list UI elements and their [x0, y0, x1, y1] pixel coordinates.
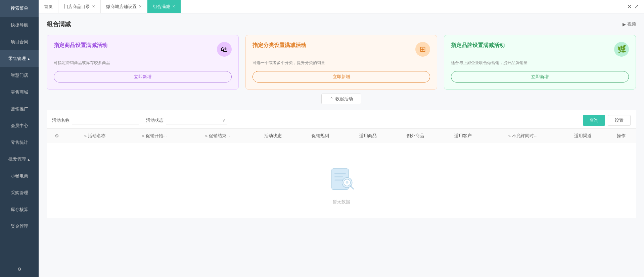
- th-label: 例外商品: [407, 133, 424, 138]
- tab-combo-discount[interactable]: 组合满减 ✕: [147, 0, 181, 13]
- sidebar-item-wholesale-mgmt[interactable]: 批发管理 ▲: [0, 151, 39, 168]
- sidebar-item-purchase-mgmt[interactable]: 采购管理: [0, 184, 39, 201]
- sidebar-item-quick-nav[interactable]: 快捷导航: [0, 17, 39, 34]
- th-operation: 操作: [606, 129, 636, 143]
- activity-status-select[interactable]: [166, 116, 227, 124]
- th-label: 不允许同时...: [512, 133, 538, 138]
- th-label: 活动名称: [88, 133, 105, 138]
- search-bar: 活动名称 活动状态 ∨ 查询 设置: [47, 110, 636, 128]
- add-category-activity-button[interactable]: 立即新增: [252, 71, 430, 82]
- th-label: 适用客户: [454, 133, 472, 138]
- th-label: 促销开始...: [146, 133, 167, 138]
- sidebar-item-label: 批发管理: [8, 156, 26, 162]
- tab-home[interactable]: 首页: [39, 0, 58, 13]
- card-title: 指定分类设置满减活动: [252, 42, 306, 49]
- sidebar-item-label: 零售统计: [11, 140, 28, 146]
- activity-table: ⚙ ⇅ 活动名称 ⇅ 促销开始... ⇅: [47, 129, 636, 143]
- th-label: 适用渠道: [574, 133, 592, 138]
- settings-icon[interactable]: ⚙: [55, 133, 59, 138]
- tab-wechat-store[interactable]: 微商城店铺设置 ✕: [101, 0, 147, 13]
- tab-label: 微商城店铺设置: [106, 4, 137, 10]
- query-button[interactable]: 查询: [583, 115, 605, 126]
- sidebar-item-marketing[interactable]: 营销推广: [0, 101, 39, 117]
- activity-name-label: 活动名称: [52, 117, 70, 123]
- sidebar-item-xiaochang[interactable]: 小畅电商: [0, 168, 39, 184]
- card-brand: 指定品牌设置满减活动 🌿 适合与上游企业联合做营销，提升品牌销量 立即新增: [444, 35, 636, 90]
- main-area: 首页 门店商品目录 ✕ 微商城店铺设置 ✕ 组合满减 ✕ ✕ ⤢ 组合满减 ▶ …: [39, 0, 644, 277]
- close-tab-icon[interactable]: ✕: [139, 4, 142, 9]
- video-link[interactable]: ▶ 视频: [623, 21, 636, 27]
- th-exception-goods: 例外商品: [392, 129, 439, 143]
- collapse-label: 收起活动: [335, 96, 353, 102]
- th-no-concurrent: ⇅ 不允许同时...: [487, 129, 559, 143]
- sidebar-item-finance-mgmt[interactable]: 资金管理: [0, 218, 39, 235]
- collapse-row: ⌃ 收起活动: [47, 94, 636, 104]
- table-header-row: ⚙ ⇅ 活动名称 ⇅ 促销开始... ⇅: [47, 129, 636, 143]
- th-label: 活动状态: [264, 133, 282, 138]
- sort-icon[interactable]: ⇅: [205, 134, 208, 138]
- th-settings: ⚙: [47, 129, 67, 143]
- close-tab-icon[interactable]: ✕: [172, 4, 175, 9]
- topbar: 首页 门店商品目录 ✕ 微商城店铺设置 ✕ 组合满减 ✕ ✕ ⤢: [39, 0, 644, 13]
- svg-point-7: [346, 181, 348, 184]
- svg-line-6: [350, 186, 353, 189]
- maximize-icon[interactable]: ⤢: [634, 3, 639, 10]
- card-title: 指定品牌设置满减活动: [451, 42, 505, 49]
- svg-rect-1: [334, 173, 346, 174]
- card-desc: 可指定滞销商品或库存较多商品: [54, 60, 232, 66]
- empty-text: 暂无数据: [333, 199, 350, 205]
- sidebar-item-smart-store[interactable]: 智慧门店: [0, 67, 39, 84]
- topbar-actions: ✕ ⤢: [627, 3, 641, 10]
- table-wrapper: ⚙ ⇅ 活动名称 ⇅ 促销开始... ⇅: [47, 128, 636, 218]
- settings-button[interactable]: ⚙: [0, 261, 39, 277]
- th-label: 操作: [617, 133, 626, 138]
- close-tab-icon[interactable]: ✕: [92, 4, 95, 9]
- video-label: 视频: [627, 21, 636, 27]
- sidebar-item-label: 零售管理: [8, 56, 26, 62]
- tab-label: 首页: [44, 4, 53, 10]
- sidebar-item-member-center[interactable]: 会员中心: [0, 117, 39, 134]
- close-window-icon[interactable]: ✕: [627, 3, 632, 10]
- activity-name-input[interactable]: [72, 116, 139, 124]
- sidebar-item-project-contract[interactable]: 项目合同: [0, 34, 39, 50]
- sort-icon[interactable]: ⇅: [84, 134, 87, 138]
- sidebar-item-retail-mall[interactable]: 零售商城: [0, 84, 39, 101]
- sidebar-item-label: 零售商城: [11, 89, 28, 95]
- card-header: 指定分类设置满减活动 ⊞: [252, 42, 430, 57]
- add-brand-activity-button[interactable]: 立即新增: [451, 71, 629, 82]
- collapse-button[interactable]: ⌃ 收起活动: [321, 94, 361, 104]
- th-promo-rule: 促销规则: [296, 129, 344, 143]
- sort-icon[interactable]: ⇅: [508, 134, 511, 138]
- sidebar-item-label: 资金管理: [11, 223, 28, 229]
- card-desc: 可选一个或者多个分类，提升分类的销量: [252, 60, 430, 66]
- card-desc: 适合与上游企业联合做营销，提升品牌销量: [451, 60, 629, 66]
- tab-store-catalog[interactable]: 门店商品目录 ✕: [58, 0, 101, 13]
- sidebar-item-label: 小畅电商: [11, 173, 28, 179]
- card-header: 指定商品设置满减活动 🛍: [54, 42, 232, 57]
- th-promo-end: ⇅ 促销结束...: [186, 129, 249, 143]
- sidebar-item-inventory[interactable]: 库存核算: [0, 201, 39, 218]
- cards-row: 指定商品设置满减活动 🛍 可指定滞销商品或库存较多商品 立即新增 指定分类设置满…: [47, 35, 636, 90]
- card-header: 指定品牌设置满减活动 🌿: [451, 42, 629, 57]
- add-product-activity-button[interactable]: 立即新增: [54, 71, 232, 82]
- th-applicable-customer: 适用客户: [439, 129, 487, 143]
- gear-icon: ⚙: [17, 267, 21, 272]
- sidebar-item-label: 智慧门店: [11, 72, 28, 78]
- th-label: 促销规则: [312, 133, 329, 138]
- activity-status-label: 活动状态: [146, 117, 164, 123]
- page-title: 组合满减: [47, 20, 71, 28]
- sidebar-item-retail-mgmt[interactable]: 零售管理 ▲: [0, 50, 39, 67]
- sidebar-item-label: 会员中心: [11, 123, 28, 129]
- th-applicable-channel: 适用渠道: [559, 129, 607, 143]
- table-header: ⚙ ⇅ 活动名称 ⇅ 促销开始... ⇅: [47, 129, 636, 143]
- sidebar-item-search-menu[interactable]: 搜索菜单: [0, 0, 39, 17]
- search-table-section: 活动名称 活动状态 ∨ 查询 设置: [47, 110, 636, 218]
- sidebar-item-label: 库存核算: [11, 207, 28, 213]
- card-product: 指定商品设置满减活动 🛍 可指定滞销商品或库存较多商品 立即新增: [47, 35, 239, 90]
- chevron-up-icon: ⌃: [330, 97, 333, 102]
- empty-state: 暂无数据: [47, 143, 636, 218]
- sort-icon[interactable]: ⇅: [142, 134, 144, 138]
- table-settings-button[interactable]: 设置: [608, 115, 631, 126]
- sidebar-item-retail-stats[interactable]: 零售统计: [0, 134, 39, 151]
- leaf-icon: 🌿: [617, 45, 626, 54]
